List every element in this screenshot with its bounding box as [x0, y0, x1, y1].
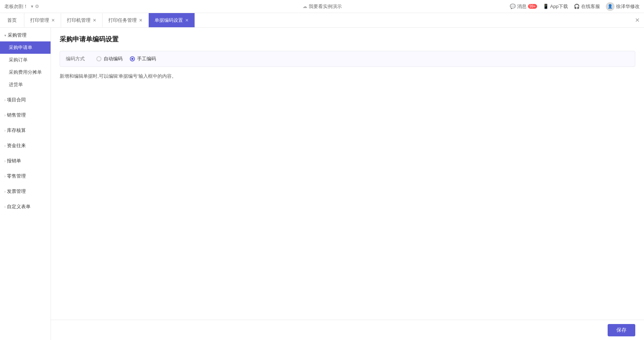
top-bar-left: 老板勿割！ ▾ ⚙ [4, 3, 39, 10]
expand-icon: › [4, 205, 5, 209]
sidebar-group-retail-mgmt: › 零售管理 [0, 169, 51, 184]
tab-print-task-mgmt[interactable]: 打印任务管理 ✕ [103, 13, 149, 27]
manual-code-label: 手工编码 [137, 56, 156, 62]
user-item[interactable]: 👤 徐泽华修改 [606, 2, 640, 11]
radio-group-encoding: 自动编码 手工编码 [96, 56, 156, 62]
sidebar-group-title-capital[interactable]: › 资金往来 [0, 139, 51, 152]
expand-icon: › [4, 129, 5, 133]
cloud-icon: ☁ [303, 4, 307, 9]
sidebar-group-purchase-mgmt: ▾ 采购管理 采购申请单 采购订单 采购费用分摊单 进货单 [0, 28, 51, 92]
sidebar-group-label-project-contract: 项目合同 [7, 97, 26, 103]
tab-bar: 首页 打印管理 ✕ 打印机管理 ✕ 打印任务管理 ✕ 单据编码设置 ✕ ✕ [0, 13, 644, 28]
tab-printer-mgmt[interactable]: 打印机管理 ✕ [61, 13, 103, 27]
expand-icon: › [4, 190, 5, 194]
close-icon[interactable]: ✕ [139, 18, 143, 23]
top-bar: 老板勿割！ ▾ ⚙ ☁ 我要看实例演示 💬 消息 99+ 📱 App下载 🎧 在… [0, 0, 644, 13]
sidebar-group-inventory: › 库存核算 [0, 123, 51, 138]
message-item[interactable]: 💬 消息 99+ [510, 3, 537, 10]
expand-icon: › [4, 159, 5, 163]
sidebar-group-title-sales-return[interactable]: › 报销单 [0, 155, 51, 167]
page-title: 采购申请单编码设置 [60, 35, 635, 44]
sidebar-item-purchase-expense[interactable]: 采购费用分摊单 [0, 66, 51, 78]
sidebar-group-label-sales-mgmt: 销售管理 [7, 112, 26, 118]
top-bar-icons: ▾ ⚙ [31, 4, 39, 9]
sidebar-item-label-goods-receipt: 进货单 [9, 82, 23, 87]
message-label: 消息 [517, 3, 527, 10]
tab-print-mgmt-label: 打印管理 [30, 17, 49, 24]
tab-single-code-settings-label: 单据编码设置 [155, 17, 183, 24]
sidebar-group-capital: › 资金往来 [0, 138, 51, 153]
tab-print-task-mgmt-label: 打印任务管理 [108, 17, 137, 24]
avatar: 👤 [606, 2, 615, 11]
chevron-down-icon[interactable]: ▾ [31, 4, 33, 9]
app-download-item[interactable]: 📱 App下载 [543, 3, 568, 10]
sidebar-group-title-invoice-mgmt[interactable]: › 发票管理 [0, 185, 51, 198]
sidebar-group-label-custom-form: 自定义表单 [7, 203, 31, 210]
sidebar-item-label-purchase-request: 采购申请单 [9, 45, 32, 50]
close-icon[interactable]: ✕ [93, 18, 96, 23]
sidebar-group-project-contract: › 项目合同 [0, 92, 51, 108]
sidebar-group-title-sales-mgmt[interactable]: › 销售管理 [0, 109, 51, 121]
settings-icon[interactable]: ⚙ [35, 4, 39, 9]
online-service-item[interactable]: 🎧 在线客服 [574, 3, 600, 10]
online-service-label: 在线客服 [581, 3, 600, 10]
sidebar-group-title-retail-mgmt[interactable]: › 零售管理 [0, 170, 51, 182]
tab-print-mgmt[interactable]: 打印管理 ✕ [24, 13, 61, 27]
sidebar-group-label-purchase-mgmt: 采购管理 [8, 32, 27, 39]
sidebar-item-label-purchase-order: 采购订单 [9, 57, 28, 62]
sidebar-item-label-purchase-expense: 采购费用分摊单 [9, 69, 42, 75]
sidebar-group-label-capital: 资金往来 [7, 142, 26, 149]
sidebar-group-title-custom-form[interactable]: › 自定义表单 [0, 201, 51, 213]
sidebar-group-sales-mgmt: › 销售管理 [0, 108, 51, 123]
user-name: 徐泽华修改 [616, 3, 640, 10]
sidebar-item-purchase-request[interactable]: 采购申请单 [0, 41, 51, 54]
top-bar-title[interactable]: 老板勿割！ [4, 3, 28, 10]
sidebar-group-label-inventory: 库存核算 [7, 127, 26, 134]
message-icon: 💬 [510, 4, 516, 9]
sidebar-group-invoice-mgmt: › 发票管理 [0, 184, 51, 199]
content-footer: 保存 [51, 320, 644, 340]
sidebar-group-label-invoice-mgmt: 发票管理 [7, 188, 26, 195]
app-download-label: App下载 [550, 3, 568, 10]
message-badge: 99+ [528, 4, 537, 9]
encoding-row: 编码方式 自动编码 手工编码 [60, 51, 635, 67]
expand-icon: ▾ [4, 33, 6, 37]
content-main: 采购申请单编码设置 编码方式 自动编码 手工编码 新增和编辑单据时,可以编辑'单… [51, 28, 644, 320]
description-text: 新增和编辑单据时,可以编辑'单据编号'输入框中的内容。 [60, 73, 635, 80]
expand-icon: › [4, 174, 5, 178]
demo-link[interactable]: ☁ 我要看实例演示 [303, 3, 342, 10]
sidebar-group-sales-return: › 报销单 [0, 153, 51, 169]
expand-icon: › [4, 144, 5, 148]
top-bar-right: 💬 消息 99+ 📱 App下载 🎧 在线客服 👤 徐泽华修改 [510, 2, 640, 11]
sidebar-item-purchase-order[interactable]: 采购订单 [0, 54, 51, 66]
tab-bar-close-all[interactable]: ✕ [631, 13, 644, 27]
close-icon[interactable]: ✕ [185, 18, 189, 23]
radio-manual-code[interactable]: 手工编码 [130, 56, 156, 62]
sidebar-group-title-project-contract[interactable]: › 项目合同 [0, 94, 51, 106]
sidebar-group-custom-form: › 自定义表单 [0, 199, 51, 214]
tab-home[interactable]: 首页 [0, 13, 24, 27]
content-area: 采购申请单编码设置 编码方式 自动编码 手工编码 新增和编辑单据时,可以编辑'单… [51, 28, 644, 340]
tab-home-label: 首页 [7, 17, 17, 24]
tab-printer-mgmt-label: 打印机管理 [67, 17, 91, 24]
expand-icon: › [4, 98, 5, 102]
radio-circle-manual [130, 56, 135, 61]
demo-text: 我要看实例演示 [309, 3, 342, 10]
main-layout: ▾ 采购管理 采购申请单 采购订单 采购费用分摊单 进货单 › 项目合同 [0, 28, 644, 340]
sidebar-item-goods-receipt[interactable]: 进货单 [0, 78, 51, 91]
close-icon[interactable]: ✕ [51, 18, 55, 23]
save-button[interactable]: 保存 [608, 324, 635, 336]
auto-code-label: 自动编码 [104, 56, 123, 62]
service-icon: 🎧 [574, 4, 580, 9]
sidebar-group-title-purchase-mgmt[interactable]: ▾ 采购管理 [0, 29, 51, 41]
sidebar-group-label-retail-mgmt: 零售管理 [7, 173, 26, 179]
expand-icon: › [4, 113, 5, 117]
download-icon: 📱 [543, 4, 549, 9]
sidebar-group-title-inventory[interactable]: › 库存核算 [0, 124, 51, 137]
radio-auto-code[interactable]: 自动编码 [96, 56, 123, 62]
radio-circle-auto [96, 56, 101, 61]
sidebar: ▾ 采购管理 采购申请单 采购订单 采购费用分摊单 进货单 › 项目合同 [0, 28, 51, 340]
sidebar-group-label-sales-return: 报销单 [7, 158, 21, 164]
tab-single-code-settings[interactable]: 单据编码设置 ✕ [149, 13, 195, 27]
encoding-label: 编码方式 [66, 56, 88, 62]
